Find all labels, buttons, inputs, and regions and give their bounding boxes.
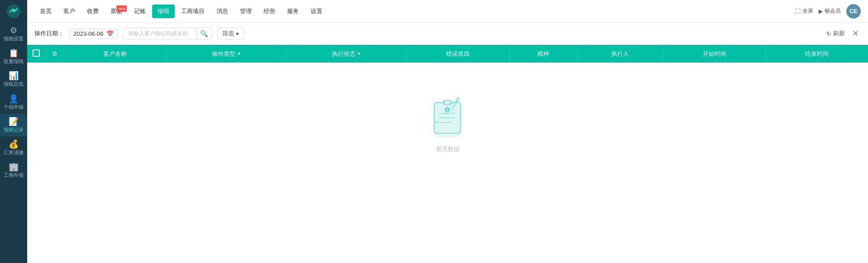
baoshui-shezhi-icon: ⚙: [10, 26, 17, 34]
select-all-checkbox[interactable]: [33, 49, 40, 57]
sidebar-item-baoshui-shezhi[interactable]: ⚙ 报税设置: [0, 23, 27, 45]
empty-text: 暂无数据: [436, 145, 460, 153]
topnav-item-jingying[interactable]: 经营: [258, 5, 281, 18]
baoshui-jilu-icon: 📝: [9, 117, 19, 126]
nav-items: 首页客户收费票据new记账报税工商项目消息管理经营服务设置: [34, 5, 795, 18]
svg-point-16: [459, 115, 460, 117]
records-table: ⚙ 客户名称 操作类型 ▼ 执行状态 ▼: [27, 45, 868, 171]
topnav-item-home[interactable]: 首页: [34, 5, 57, 18]
th-customer-name: 客户名称: [64, 45, 167, 63]
topnav-item-shezhi[interactable]: 设置: [305, 5, 328, 18]
refresh-icon: ↻: [826, 30, 831, 37]
geshuisherebao-label: 个税申报: [4, 104, 24, 110]
top-nav: 首页客户收费票据new记账报税工商项目消息管理经营服务设置 ⛶ 全屏 ▶ 畅会员…: [27, 0, 868, 23]
filter-button[interactable]: 筛选 ▾: [217, 27, 244, 40]
empty-state: ! 暂无数据: [27, 63, 868, 171]
chevron-down-icon: ▾: [236, 30, 239, 37]
page-area: 操作日期： 2023-06-06 📅 🔍 筛选 ▾ ↻ 刷新 ✕: [27, 23, 868, 263]
search-button[interactable]: 🔍: [196, 28, 211, 39]
search-box: 🔍: [123, 28, 212, 39]
piliang-baoshui-label: 批量报税: [4, 58, 24, 64]
main-wrap: 首页客户收费票据new记账报税工商项目消息管理经营服务设置 ⛶ 全屏 ▶ 畅会员…: [27, 0, 868, 263]
svg-text:!: !: [446, 108, 448, 112]
huisuan-jiaoshu-label: 汇算清缴: [4, 150, 24, 156]
fullscreen-button[interactable]: ⛶ 全屏: [795, 7, 813, 15]
toolbar: 操作日期： 2023-06-06 📅 🔍 筛选 ▾ ↻ 刷新 ✕: [27, 23, 868, 45]
sidebar-item-geshuisherebao[interactable]: 👤 个税申报: [0, 91, 27, 114]
topnav-item-shoufei[interactable]: 收费: [82, 5, 104, 18]
member-label: 畅会员: [825, 7, 841, 15]
gear-icon: ⚙: [52, 50, 58, 57]
fullscreen-icon: ⛶: [795, 8, 801, 15]
fullscreen-label: 全屏: [802, 7, 813, 15]
baoshui-shezhi-label: 报税设置: [4, 36, 24, 42]
huisuan-jiaoshu-icon: 💰: [9, 140, 19, 148]
topnav-item-xiaox[interactable]: 消息: [211, 5, 234, 18]
topnav-item-fuwu[interactable]: 服务: [282, 5, 304, 18]
gongshang-nianbao-label: 工商年报: [4, 172, 24, 178]
piliang-baoshui-icon: 📋: [9, 49, 19, 57]
svg-rect-8: [445, 101, 450, 104]
date-value: 2023-06-06: [73, 30, 104, 37]
topnav-right: ⛶ 全屏 ▶ 畅会员 CE: [795, 4, 861, 19]
sidebar-item-baoshui-jilu[interactable]: 📝 报税记录: [0, 114, 27, 136]
baoshui-zonglan-label: 报税总览: [4, 81, 24, 87]
baoshui-zonglan-icon: 📊: [9, 72, 19, 80]
filter-label: 筛选: [222, 29, 234, 38]
th-tax-type: 税种: [509, 45, 577, 63]
avatar[interactable]: CE: [846, 4, 861, 19]
th-error-reason: 错误原因: [407, 45, 509, 63]
th-gear[interactable]: ⚙: [46, 45, 64, 63]
date-picker[interactable]: 2023-06-06 📅: [69, 29, 118, 39]
video-icon: ▶: [819, 8, 823, 15]
th-end-time: 结束时间: [766, 45, 868, 63]
topnav-item-guanli[interactable]: 管理: [235, 5, 257, 18]
table-wrap: ⚙ 客户名称 操作类型 ▼ 执行状态 ▼: [27, 45, 868, 263]
th-exec-status[interactable]: 执行状态 ▼: [287, 45, 407, 63]
topnav-item-gongshang-xiangmu[interactable]: 工商项目: [176, 5, 210, 18]
th-start-time: 开始时间: [663, 45, 766, 63]
sidebar-item-piliang-baoshui[interactable]: 📋 批量报税: [0, 45, 27, 68]
th-exec-status-label: 执行状态: [332, 50, 355, 58]
svg-point-15: [435, 121, 438, 124]
sidebar-item-huisuan-jiaoshu[interactable]: 💰 汇算清缴: [0, 136, 27, 159]
sort-icon-status: ▼: [357, 51, 361, 56]
topnav-item-piaoju[interactable]: 票据new: [105, 5, 128, 18]
topnav-item-jizhang[interactable]: 记账: [129, 5, 151, 18]
geshuisherebao-icon: 👤: [9, 95, 19, 103]
refresh-label: 刷新: [833, 29, 845, 38]
close-button[interactable]: ✕: [850, 29, 861, 38]
sort-icon-operation: ▼: [237, 51, 241, 56]
th-operation-type[interactable]: 操作类型 ▼: [167, 45, 287, 63]
sidebar: ⚙ 报税设置 📋 批量报税 📊 报税总览 👤 个税申报 📝 报税记录 💰 汇算清…: [0, 0, 27, 263]
search-input[interactable]: [124, 29, 196, 39]
th-operation-type-label: 操作类型: [212, 50, 235, 58]
svg-point-1: [12, 9, 15, 12]
th-checkbox[interactable]: [27, 45, 46, 63]
sidebar-logo: [0, 0, 27, 23]
sidebar-item-gongshang-nianbao[interactable]: 🏢 工商年报: [0, 159, 27, 182]
sidebar-item-baoshui-zonglan[interactable]: 📊 报税总览: [0, 68, 27, 91]
new-badge: new: [116, 5, 127, 12]
baoshui-jilu-label: 报税记录: [4, 127, 24, 133]
topnav-item-baoshui[interactable]: 报税: [152, 5, 175, 18]
th-executor: 执行人: [577, 45, 663, 63]
svg-point-14: [435, 132, 460, 138]
gongshang-nianbao-icon: 🏢: [9, 163, 19, 171]
topnav-item-kehu[interactable]: 客户: [58, 5, 81, 18]
member-button[interactable]: ▶ 畅会员: [819, 7, 841, 15]
date-label: 操作日期：: [34, 29, 64, 38]
refresh-button[interactable]: ↻ 刷新: [826, 29, 845, 38]
calendar-icon: 📅: [106, 30, 114, 37]
empty-icon: !: [425, 90, 470, 140]
